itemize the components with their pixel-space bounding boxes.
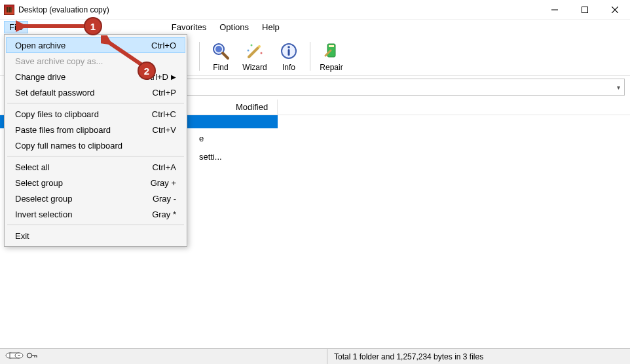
list-fragment-1: e	[199, 134, 204, 143]
find-icon	[210, 41, 231, 62]
key-icon	[26, 352, 38, 361]
submenu-arrow-icon: ▶	[171, 73, 176, 81]
menu-select-group[interactable]: Select group Gray +	[6, 175, 185, 191]
menu-select-group-label: Select group	[15, 178, 63, 188]
menu-copy-names-label: Copy full names to clipboard	[15, 141, 122, 151]
menu-separator	[7, 103, 184, 103]
status-left	[0, 349, 327, 364]
menu-invert[interactable]: Invert selection Gray *	[6, 206, 185, 222]
minimize-icon	[551, 7, 558, 13]
file-menu-dropdown: Open archive Ctrl+O Save archive copy as…	[4, 34, 187, 247]
svg-point-10	[261, 52, 263, 54]
annotation-badge-2: 2	[138, 62, 156, 80]
tool-find[interactable]: Find	[204, 38, 238, 75]
toolbar-separator	[310, 42, 310, 71]
toolbar-separator	[199, 42, 200, 71]
statusbar: Total 1 folder and 1,257,234 bytes in 3 …	[0, 348, 630, 364]
annotation-arrow-1	[16, 20, 94, 33]
tool-info[interactable]: Info	[272, 38, 306, 75]
menu-deselect-group-shortcut: Gray -	[153, 194, 176, 204]
svg-point-22	[28, 354, 32, 358]
wizard-icon	[244, 41, 265, 62]
annotation-badge-1: 1	[84, 17, 102, 35]
menu-select-all-shortcut: Ctrl+A	[153, 162, 176, 172]
status-text: Total 1 folder and 1,257,234 bytes in 3 …	[327, 352, 483, 361]
menu-deselect-group-label: Deselect group	[15, 194, 72, 204]
tool-wizard[interactable]: Wizard	[238, 38, 272, 75]
menu-open-archive-label: Open archive	[15, 41, 65, 50]
menu-separator	[7, 225, 184, 225]
app-icon	[4, 5, 14, 15]
tool-wizard-label: Wizard	[242, 63, 267, 72]
info-icon	[278, 41, 299, 62]
maximize-button[interactable]	[570, 0, 600, 19]
list-fragment-2: setti...	[199, 152, 222, 162]
svg-rect-14	[288, 49, 290, 56]
menu-options[interactable]: Options	[214, 21, 254, 33]
menu-help[interactable]: Help	[257, 21, 285, 33]
svg-line-7	[249, 48, 258, 57]
menu-invert-label: Invert selection	[15, 209, 72, 219]
menu-paste-clipboard[interactable]: Paste files from clipboard Ctrl+V	[6, 122, 185, 137]
maximize-icon	[582, 7, 588, 13]
tool-repair[interactable]: Repair	[314, 38, 348, 75]
svg-point-21	[18, 355, 20, 356]
svg-point-13	[287, 46, 290, 48]
tool-find-label: Find	[213, 63, 228, 72]
window-controls	[540, 0, 630, 19]
menu-paste-clipboard-shortcut: Ctrl+V	[153, 125, 176, 135]
svg-rect-1	[582, 7, 588, 12]
menu-open-archive-shortcut: Ctrl+O	[151, 41, 176, 50]
menu-open-archive[interactable]: Open archive Ctrl+O	[6, 37, 185, 53]
tool-info-label: Info	[282, 63, 295, 72]
menu-copy-clipboard-shortcut: Ctrl+C	[152, 109, 176, 119]
svg-line-6	[223, 53, 228, 58]
menu-select-all[interactable]: Select all Ctrl+A	[6, 159, 185, 175]
menu-favorites[interactable]: Favorites	[166, 21, 212, 33]
svg-point-11	[248, 49, 250, 51]
menu-copy-clipboard-label: Copy files to clipboard	[15, 109, 99, 119]
menu-save-copy: Save archive copy as...	[6, 53, 185, 69]
menu-select-all-label: Select all	[15, 162, 50, 172]
close-button[interactable]	[600, 0, 630, 19]
chevron-down-icon[interactable]: ▾	[617, 84, 620, 91]
window-title: Desktop (evaluation copy)	[18, 5, 109, 14]
disk-icon	[5, 352, 24, 361]
menu-save-copy-label: Save archive copy as...	[15, 56, 103, 66]
close-icon	[612, 7, 618, 13]
svg-point-8	[258, 45, 261, 48]
svg-point-9	[251, 44, 253, 46]
minimize-button[interactable]	[540, 0, 570, 19]
menu-change-drive-label: Change drive	[15, 72, 65, 82]
menu-change-drive[interactable]: Change drive Ctrl+D▶	[6, 69, 185, 84]
menu-invert-shortcut: Gray *	[152, 209, 176, 219]
svg-rect-16	[329, 45, 334, 47]
menu-paste-clipboard-label: Paste files from clipboard	[15, 125, 111, 135]
menu-exit[interactable]: Exit	[6, 228, 185, 244]
tool-repair-label: Repair	[320, 63, 343, 72]
menu-copy-names[interactable]: Copy full names to clipboard	[6, 137, 185, 153]
menu-set-password-label: Set default password	[15, 88, 94, 98]
menu-select-group-shortcut: Gray +	[151, 178, 176, 188]
repair-icon	[321, 41, 342, 62]
menu-exit-label: Exit	[15, 231, 29, 241]
menu-set-password-shortcut: Ctrl+P	[153, 88, 176, 98]
menu-separator	[7, 156, 184, 156]
menu-set-password[interactable]: Set default password Ctrl+P	[6, 84, 185, 100]
col-modified[interactable]: Modified	[227, 100, 278, 115]
svg-point-5	[215, 46, 222, 52]
menu-copy-clipboard[interactable]: Copy files to clipboard Ctrl+C	[6, 106, 185, 122]
menu-deselect-group[interactable]: Deselect group Gray -	[6, 191, 185, 206]
